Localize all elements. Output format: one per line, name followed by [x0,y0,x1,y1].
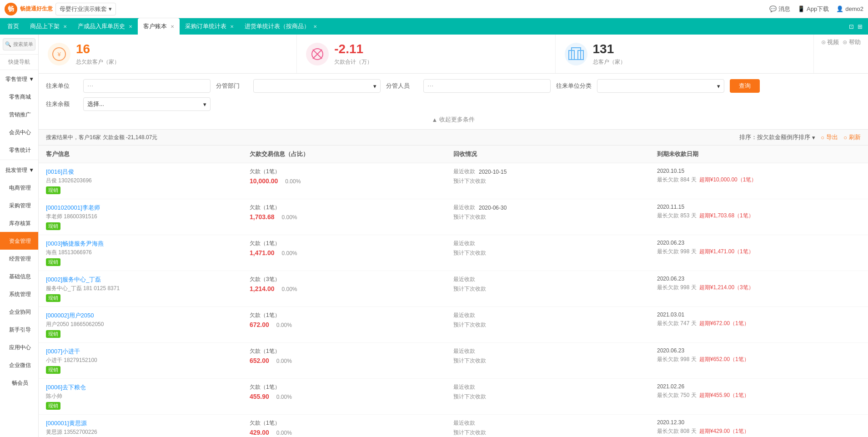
customer-name-link[interactable]: [0007]小进干 [46,348,80,355]
sidebar-item-vip[interactable]: 畅会员 [0,374,38,392]
tab-product-history[interactable]: 产成品入库单历史 ✕ [72,18,138,35]
debt-amount-label: 欠款合计（万） [334,58,372,66]
table-row: [0016]吕俊 吕俊 13026203696 现销 欠款（1笔） 10,000… [39,163,868,199]
unit-category-select[interactable]: ▾ [597,79,724,93]
overdue-link[interactable]: 超期¥1,471.00（1笔） [699,248,754,256]
tab-customer-account[interactable]: 客户账本 ✕ [138,18,180,35]
message-btn[interactable]: 💬 消息 [769,5,790,13]
sidebar-search-area: 🔍 搜索菜单 [0,35,38,55]
sidebar-item-retail-stat[interactable]: 零售统计 [0,141,38,159]
tab-purchase-stat[interactable]: 进货单统计表（按商品） ✕ [239,18,322,35]
sidebar-item-basic-info[interactable]: 基础信息 [0,267,38,285]
sidebar-item-batch-mgmt[interactable]: 批发管理 ▼ [0,161,38,179]
balance-label: 往来余额 [46,100,78,108]
sidebar-item-retail-mall[interactable]: 零售商城 [0,88,38,105]
debt-pct: 0.00% [276,358,292,364]
customer-name-link[interactable]: [0006]去下粮仓 [46,384,86,391]
sidebar-item-finance[interactable]: 资金管理 [0,232,38,250]
debt-amount: 429.00 [250,429,269,436]
unit-category-chevron-icon: ▾ [717,83,720,90]
export-btn[interactable]: ○ 导出 [821,133,838,141]
person-input[interactable]: ··· [423,79,551,93]
overdue-link[interactable]: 超期¥652.00（1笔） [699,356,749,363]
sidebar-search-btn[interactable]: 🔍 搜索菜单 [3,38,35,50]
customer-name-link[interactable]: [000002]用户2050 [46,312,94,319]
customer-name-link[interactable]: [0002]服务中心_丁磊 [46,276,101,283]
overdue-link[interactable]: 超期¥1,703.68（1笔） [699,212,754,220]
help-btn[interactable]: ⊙ 帮助 [843,38,861,46]
sort-btn[interactable]: 排序：按欠款金额倒序排序 ▾ [739,133,815,141]
customer-info-cell: [0006]去下粮仓 陈小帅 现销 [46,383,250,410]
tab-product-history-close[interactable]: ✕ [129,24,132,29]
content-area: ¥ 16 总欠款客户（家） -2.11 欠款合计（万） [39,35,868,437]
unit-category-label: 往来单位分类 [556,82,592,90]
search-btn[interactable]: 查询 [730,79,760,93]
next-collect: 预计下次收款 [453,393,657,401]
debt-amount: 1,214.00 [250,285,275,292]
user-avatar[interactable]: 👤 demo2 [836,5,863,12]
customer-name-link[interactable]: [000001]黄思源 [46,420,87,427]
logo-text: 畅捷通好生意 [20,5,53,13]
tab-bar: 首页 商品上下架 ✕ 产成品入库单历史 ✕ 客户账本 ✕ 采购订单统计表 ✕ 进… [0,18,868,35]
table-header: 客户信息 欠款交易信息（占比） 回收情况 到期未收款日期 [39,146,868,163]
balance-chevron-icon: ▾ [203,101,206,108]
balance-select[interactable]: 选择... ▾ [83,97,211,111]
sidebar-item-marketing[interactable]: 营销推广 [0,105,38,123]
collapse-btn[interactable]: ▲ 收起更多条件 [432,116,475,124]
debt-label: 欠款（1笔） [250,383,453,391]
sidebar-item-retail-mgmt[interactable]: 零售管理 ▼ [0,70,38,88]
app-download-btn[interactable]: 📱 App下载 [798,5,829,13]
restore-icon[interactable]: ⊡ [849,23,854,30]
from-unit-input[interactable]: ··· [83,79,211,93]
logo-icon: 畅 [5,3,17,15]
message-icon: 💬 [769,5,777,12]
debt-customers-label: 总欠款客户（家） [76,58,120,66]
last-collect-date: 2020-06-30 [479,205,507,211]
sidebar-item-new-guide[interactable]: 新手引导 [0,321,38,338]
due-date: 2021.02.26 [657,383,861,390]
customer-info-cell: [0016]吕俊 吕俊 13026203696 现销 [46,168,250,194]
sidebar-item-system[interactable]: 系统管理 [0,285,38,303]
sidebar-item-purchase-mgmt[interactable]: 采购管理 [0,196,38,214]
sidebar-item-enterprise-collab[interactable]: 企业协同 [0,303,38,321]
tab-home[interactable]: 首页 [2,18,25,35]
tab-goods-close[interactable]: ✕ [63,24,67,29]
overdue-days: 最长欠款 750 天 [657,392,697,399]
customer-name-link[interactable]: [0003]畅捷服务尹海燕 [46,240,104,247]
tab-purchase-order-close[interactable]: ✕ [230,24,234,29]
sidebar-item-enterprise-wechat[interactable]: 企业微信 [0,356,38,374]
from-unit-label: 往来单位 [46,82,78,90]
company-selector[interactable]: 母婴行业演示账套 ▾ [55,3,116,15]
tab-purchase-order[interactable]: 采购订单统计表 ✕ [180,18,239,35]
debt-info-cell: 欠款（3笔） 1,214.00 0.00% [250,276,453,292]
sidebar-item-inventory[interactable]: 库存核算 [0,214,38,232]
sidebar-item-ecommerce[interactable]: 电商管理 [0,179,38,196]
table-row: [0007]小进干 小进干 18279152100 现销 欠款（1笔） 652.… [39,343,868,379]
maximize-icon[interactable]: ⊞ [858,23,863,30]
overdue-link[interactable]: 超期¥455.90（1笔） [699,392,749,399]
due-date: 2021.03.01 [657,311,861,318]
customer-contact: 服务中心_丁磊 181 0125 8371 [46,285,250,292]
next-collect: 预计下次收款 [453,429,657,437]
customer-name-link[interactable]: [0001020001]李老师 [46,204,100,211]
tab-purchase-stat-close[interactable]: ✕ [313,24,317,29]
customer-name-link[interactable]: [0016]吕俊 [46,168,74,175]
tab-goods[interactable]: 商品上下架 ✕ [25,18,72,35]
table-row: [000001]黄思源 黄思源 13552700226 现销 欠款（1笔） 42… [39,415,868,437]
video-btn[interactable]: ⊙ 视频 [821,38,839,46]
sidebar-item-member[interactable]: 会员中心 [0,123,38,141]
quick-nav[interactable]: 快捷导航 [0,55,38,70]
refresh-btn[interactable]: ○ 刷新 [843,133,861,141]
overdue-link[interactable]: 超期¥10,000.00（1笔） [699,176,757,184]
overdue-link[interactable]: 超期¥429.00（1笔） [699,427,749,435]
sidebar-item-app-center[interactable]: 应用中心 [0,338,38,356]
dept-select[interactable]: ▾ [253,79,381,93]
customer-tag: 现销 [46,186,60,194]
sidebar-item-ops-mgmt[interactable]: 经营管理 [0,250,38,267]
tab-customer-account-close[interactable]: ✕ [171,24,174,29]
overdue-link[interactable]: 超期¥672.00（1笔） [699,320,749,327]
overdue-days: 最长欠款 998 天 [657,284,697,291]
customer-info-cell: [000002]用户2050 用户2050 18665062050 现销 [46,311,250,338]
overdue-link[interactable]: 超期¥1,214.00（3笔） [699,284,754,291]
debt-info-cell: 欠款（1笔） 1,471.00 0.00% [250,240,453,256]
